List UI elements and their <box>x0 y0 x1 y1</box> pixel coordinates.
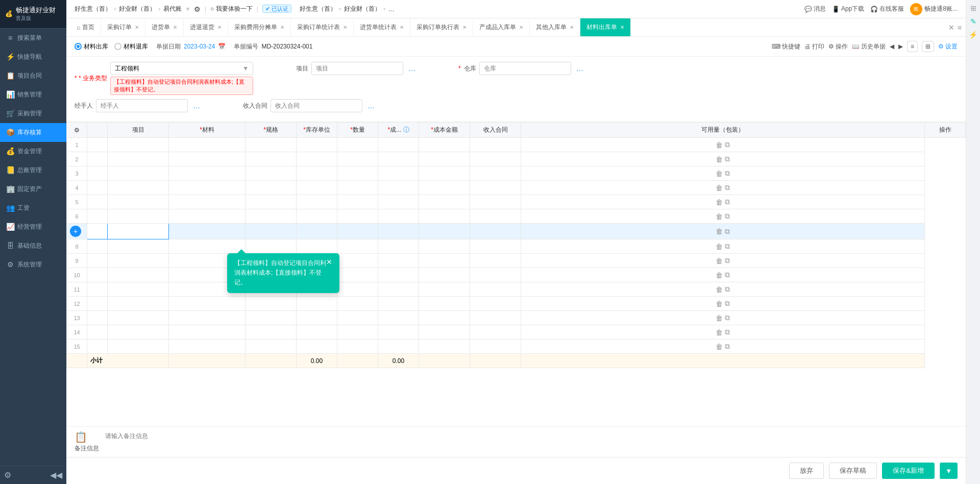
row-9-delete-btn[interactable]: 🗑 <box>716 256 723 265</box>
tab-home[interactable]: ⌂ 首页 <box>70 18 101 37</box>
row-8-delete-btn[interactable]: 🗑 <box>716 242 723 251</box>
row-10-delete-btn[interactable]: 🗑 <box>716 271 723 279</box>
row-2-qty[interactable] <box>297 152 337 166</box>
row-5-spec[interactable] <box>169 195 246 209</box>
close-tab-receipt-stat[interactable]: ✕ <box>400 25 404 30</box>
save-new-btn[interactable]: 保存&新增 <box>882 463 935 479</box>
row-7-unit[interactable] <box>246 224 297 239</box>
shortcut-btn[interactable]: ⌨ 快捷键 <box>772 42 800 51</box>
row-11-copy-btn[interactable]: ⧉ <box>725 285 730 294</box>
handler-dots-btn[interactable]: … <box>193 102 200 110</box>
row-1-income-contract[interactable] <box>419 138 470 152</box>
row-1-qty[interactable] <box>297 138 337 152</box>
doc-date-value[interactable]: 2023-03-24 <box>184 43 215 50</box>
row-6-spec[interactable] <box>169 209 246 224</box>
top-link-haoshengyi1[interactable]: 好生意（首） <box>75 5 111 13</box>
sidebar-item-quicknav[interactable]: ⚡ 快捷导航 <box>0 47 66 66</box>
income-contract-dots-btn[interactable]: … <box>368 102 375 110</box>
row-6-unit[interactable] <box>246 209 297 224</box>
tab-other-in[interactable]: 其他入库单 ✕ <box>530 18 580 37</box>
row-6-project[interactable] <box>87 209 108 224</box>
row-11-delete-btn[interactable]: 🗑 <box>716 285 723 294</box>
row-14-copy-btn[interactable]: ⧉ <box>725 328 730 336</box>
row-1-delete-btn[interactable]: 🗑 <box>716 140 723 149</box>
row-7-cost-amount[interactable] <box>378 224 419 239</box>
message-link[interactable]: 💬 消息 <box>804 5 826 13</box>
row-6-material[interactable] <box>108 209 169 224</box>
row-5-delete-btn[interactable]: 🗑 <box>716 198 723 206</box>
sidebar-item-purchase[interactable]: 🛒 采购管理 <box>0 104 66 123</box>
row-2-income-contract[interactable] <box>419 152 470 166</box>
row-7-available[interactable] <box>470 224 521 239</box>
top-link-tryit[interactable]: ○ 我要体验一下 <box>210 5 253 13</box>
row-7-copy-btn[interactable]: ⧉ <box>725 227 730 236</box>
save-new-dropdown-btn[interactable]: ▼ <box>940 463 958 479</box>
warehouse-dots-btn[interactable]: … <box>576 64 583 72</box>
row-8-income-contract[interactable] <box>419 239 470 254</box>
tab-material-out[interactable]: 材料出库单 ✕ <box>580 18 631 37</box>
row-5-copy-btn[interactable]: ⧉ <box>725 198 730 206</box>
row-8-material[interactable] <box>108 239 169 254</box>
cost-price-info-icon[interactable]: ⓘ <box>403 126 409 133</box>
row-1-spec[interactable] <box>169 138 246 152</box>
row-1-cost-price[interactable] <box>337 138 378 152</box>
history-btn[interactable]: 📖 历史单据 <box>852 42 886 51</box>
row-2-unit[interactable] <box>246 152 297 166</box>
row-6-copy-btn[interactable]: ⧉ <box>725 212 730 221</box>
top-link-yidaizhang[interactable]: 易代账 <box>163 5 182 13</box>
layout2-btn[interactable]: ⊞ <box>922 41 934 52</box>
close-tab-purchase-receipt[interactable]: ✕ <box>173 25 177 30</box>
row-9-copy-btn[interactable]: ⧉ <box>725 256 730 265</box>
row-4-unit[interactable] <box>246 181 297 195</box>
row-7-qty[interactable] <box>297 224 337 239</box>
top-link-haoshengyi2[interactable]: 好生意（首） <box>300 5 336 13</box>
top-link-more[interactable]: … <box>388 6 395 13</box>
business-type-select[interactable]: 工程领料 ▼ <box>110 62 253 75</box>
row-4-income-contract[interactable] <box>419 181 470 195</box>
row-6-available[interactable] <box>470 209 521 224</box>
warehouse-input[interactable] <box>479 62 571 75</box>
sidebar-item-project[interactable]: 📋 项目合同 <box>0 66 66 85</box>
project-dots-btn[interactable]: … <box>408 64 415 72</box>
row-6-cost-price[interactable] <box>337 209 378 224</box>
row-8-cost-price[interactable] <box>337 239 378 254</box>
row-3-cost-price[interactable] <box>337 166 378 181</box>
close-all-tabs-icon[interactable]: ✕ <box>948 23 954 32</box>
row-7-material[interactable] <box>108 224 169 239</box>
project-input[interactable] <box>311 62 403 75</box>
row-3-material[interactable] <box>108 166 169 181</box>
tab-purchase-receipt[interactable]: 进货单 ✕ <box>145 18 184 37</box>
row-7-cost-price[interactable] <box>337 224 378 239</box>
row-3-spec[interactable] <box>169 166 246 181</box>
row-1-available[interactable] <box>470 138 521 152</box>
operate-btn[interactable]: ⚙ 操作 <box>828 42 848 51</box>
radio-material-return[interactable]: 材料退库 <box>114 42 148 51</box>
row-2-project[interactable] <box>87 152 108 166</box>
right-panel-icon-3[interactable]: ⚡ <box>967 29 979 41</box>
tab-purchase-fee[interactable]: 采购费用分摊单 ✕ <box>228 18 291 37</box>
row-8-cost-amount[interactable] <box>378 239 419 254</box>
sidebar-item-assets[interactable]: 🏢 固定资产 <box>0 180 66 199</box>
discard-btn[interactable]: 放弃 <box>789 463 824 479</box>
close-tab-purchase-return[interactable]: ✕ <box>217 25 222 30</box>
row-8-spec[interactable] <box>169 239 246 254</box>
sidebar-item-basic[interactable]: 🗄 基础信息 <box>0 236 66 255</box>
row-2-cost-amount[interactable] <box>378 152 419 166</box>
row-14-delete-btn[interactable]: 🗑 <box>716 328 723 336</box>
sidebar-item-management[interactable]: 📈 经营管理 <box>0 217 66 236</box>
row-1-copy-btn[interactable]: ⧉ <box>725 140 730 149</box>
settings-link-icon[interactable]: ⚙ <box>194 5 201 13</box>
row-8-copy-btn[interactable]: ⧉ <box>725 242 730 251</box>
row-1-cost-amount[interactable] <box>378 138 419 152</box>
row-5-available[interactable] <box>470 195 521 209</box>
row-7-project[interactable] <box>87 224 108 239</box>
tooltip-close-btn[interactable]: ✕ <box>326 258 332 265</box>
row-12-delete-btn[interactable]: 🗑 <box>716 299 723 308</box>
calendar-icon[interactable]: 📅 <box>218 43 226 50</box>
online-service-link[interactable]: 🎧 在线客服 <box>870 5 904 13</box>
row-13-copy-btn[interactable]: ⧉ <box>725 313 730 322</box>
sidebar-item-inventory[interactable]: 📦 库存核算 <box>0 123 66 142</box>
row-1-project[interactable] <box>87 138 108 152</box>
close-tab-product-in[interactable]: ✕ <box>519 25 523 30</box>
tab-purchase-order-stat[interactable]: 采购订单统计表 ✕ <box>291 18 354 37</box>
